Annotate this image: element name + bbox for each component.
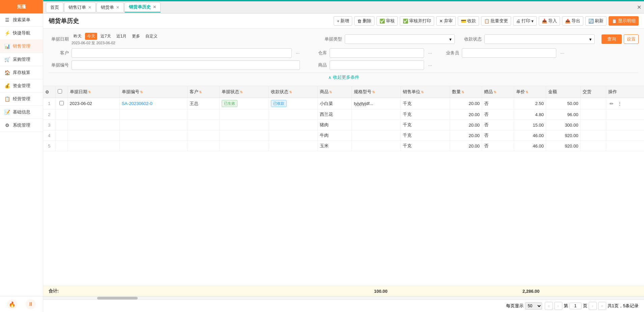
filter-doc-type-select[interactable]: ▾ (345, 34, 455, 44)
sidebar-item-quick-nav[interactable]: ⚡ 快捷导航 (0, 27, 43, 40)
per-page-dropdown[interactable]: 50 100 200 (525, 302, 542, 310)
more-action-icon[interactable]: ⋮ (616, 100, 623, 107)
tab-sales-goods-close[interactable]: ✕ (116, 5, 119, 10)
date-pill-1month[interactable]: 近1月 (114, 33, 129, 40)
sidebar-item-label: 资金管理 (13, 83, 30, 89)
doc-no-link[interactable]: SA-20230602-0 (122, 101, 152, 106)
table-row: 2 西兰花 千克 20.00 否 4.80 96.00 (43, 109, 644, 120)
export-button[interactable]: 📤 导出 (562, 16, 583, 26)
filter-customer-input[interactable] (72, 48, 292, 58)
sidebar-item-sales-mgmt[interactable]: 📊 销售管理 (0, 40, 43, 53)
sidebar-item-label: 基础信息 (13, 109, 30, 115)
tab-sales-goods[interactable]: 销货单 ✕ (96, 2, 124, 12)
sidebar-bottom-right-icon[interactable]: ⏸ (26, 299, 36, 309)
col-spec[interactable]: 规格型号 ⇅ (352, 86, 401, 98)
import-button[interactable]: 📥 导入 (539, 16, 560, 26)
date-pill-custom[interactable]: 自定义 (143, 33, 160, 40)
collapse-filter-button[interactable]: ∧ 收起更多条件 (49, 73, 639, 82)
tab-bar: 首页 销售订单 ✕ 销货单 ✕ 销货单历史 ✕ ✕ (43, 1, 644, 14)
cell-doc-status (220, 109, 269, 120)
edit-action-icon[interactable]: ✏ (608, 100, 615, 107)
filter-goods-input[interactable] (330, 60, 424, 70)
date-pill-more[interactable]: 更多 (130, 33, 142, 40)
sidebar-item-search-menu[interactable]: ☰ 搜索菜单 (0, 14, 43, 27)
col-collection-status[interactable]: 收款状态 ⇅ (269, 86, 317, 98)
chevron-down-icon: ▾ (449, 37, 452, 42)
tab-sales-history[interactable]: 销货单历史 ✕ (124, 2, 161, 12)
cell-gift: 否 (482, 109, 514, 120)
date-pill-yesterday[interactable]: 昨天 (72, 33, 84, 40)
cell-doc-status (220, 141, 269, 151)
select-all-checkbox[interactable] (58, 89, 62, 94)
tab-sales-order[interactable]: 销售订单 ✕ (64, 2, 96, 12)
col-quantity[interactable]: 数量 ⇅ (450, 86, 482, 98)
sidebar-bottom-left-icon[interactable]: 🔥 (7, 299, 17, 309)
sort-spec-icon: ⇅ (372, 90, 375, 94)
page-number-input[interactable] (569, 303, 582, 309)
col-settings[interactable]: ⚙ (43, 86, 55, 98)
sidebar-item-finance-mgmt[interactable]: 💰 资金管理 (0, 79, 43, 93)
audit-button[interactable]: ✅ 审核 (376, 16, 398, 26)
col-customer[interactable]: 客户 ⇅ (188, 86, 220, 98)
sidebar-item-sys-mgmt[interactable]: ⚙ 系统管理 (0, 119, 43, 132)
settings-icon: ⚙ (45, 89, 49, 95)
first-page-button[interactable]: « (545, 302, 553, 310)
col-checkbox (55, 86, 67, 98)
tab-sales-history-close[interactable]: ✕ (153, 5, 156, 9)
total-label: 共1页，5条记录 (608, 303, 639, 309)
col-gift[interactable]: 赠品 ⇅ (482, 86, 514, 98)
filter-warehouse-input[interactable] (330, 48, 424, 58)
col-goods[interactable]: 商品 ⇅ (318, 86, 352, 98)
sidebar-item-purchase-mgmt[interactable]: 🛒 采购管理 (0, 53, 43, 66)
date-pill-7days[interactable]: 近7天 (99, 33, 113, 40)
col-unit-price[interactable]: 单价 ⇅ (514, 86, 546, 98)
cell-collection-status (269, 120, 317, 130)
horizontal-scrollbar[interactable] (43, 296, 644, 300)
last-page-button[interactable]: » (598, 302, 606, 310)
audit-print-button[interactable]: ✅ 审核并打印 (400, 16, 434, 26)
sidebar-item-ops-mgmt[interactable]: 📋 经营管理 (0, 93, 43, 106)
cell-transaction (581, 120, 606, 130)
filter-collection-status-select[interactable]: ▾ (484, 34, 595, 44)
cell-spec (352, 130, 401, 141)
cell-doc-no (119, 120, 188, 130)
sidebar-item-inventory[interactable]: 🏠 库存核算 (0, 66, 43, 79)
filter-docno-input[interactable] (72, 60, 300, 70)
scrollbar-thumb[interactable] (97, 297, 138, 300)
filter-collection-status-field: 收款状态 ▾ (461, 34, 595, 44)
collect-button[interactable]: 💳 收款 (458, 16, 479, 26)
tab-sales-order-close[interactable]: ✕ (88, 5, 91, 10)
delete-button[interactable]: 🗑 删除 (354, 16, 374, 26)
filter-warehouse-dots[interactable]: ··· (428, 50, 432, 56)
tab-bar-close-icon[interactable]: ✕ (637, 4, 641, 10)
add-button[interactable]: + 新增 (334, 16, 352, 26)
settings-button[interactable]: 设置 (624, 34, 639, 44)
col-unit-price-label: 单价 (516, 89, 525, 95)
row-checkbox[interactable] (59, 101, 64, 105)
show-detail-button[interactable]: 📋 显示明细 (609, 16, 639, 26)
col-sales-unit[interactable]: 销售单位 ⇅ (401, 86, 450, 98)
prev-page-button[interactable]: ‹ (554, 302, 562, 310)
cell-row-num: 3 (43, 120, 55, 130)
date-pill-today[interactable]: 今天 (85, 33, 97, 40)
col-doc-status[interactable]: 单据状态 ⇅ (220, 86, 269, 98)
filter-customer-dots[interactable]: ··· (296, 50, 300, 56)
print-button[interactable]: 🖨 打印 ▾ (513, 16, 537, 26)
filter-salesperson-dots[interactable]: ··· (560, 50, 564, 56)
filter-salesperson-input[interactable] (462, 48, 557, 58)
query-button[interactable]: 查询 (601, 34, 622, 44)
sort-doc-date-icon: ⇅ (88, 90, 91, 94)
batch-change-button[interactable]: 📋 批量变更 (481, 16, 511, 26)
tab-home[interactable]: 首页 (46, 2, 63, 12)
refresh-button[interactable]: 🔄 刷新 (585, 16, 607, 26)
cell-gift: 否 (482, 141, 514, 151)
col-doc-no[interactable]: 单据编号 ⇅ (119, 86, 188, 98)
sidebar-item-basic-info[interactable]: 📝 基础信息 (0, 106, 43, 119)
next-page-button[interactable]: › (589, 302, 597, 310)
filter-goods-dots[interactable]: ··· (428, 62, 432, 68)
col-doc-date[interactable]: 单据日期 ⇅ (67, 86, 119, 98)
date-pills: 昨天 今天 近7天 近1月 更多 自定义 (72, 33, 160, 40)
cell-amount: 920.00 (546, 141, 580, 151)
abandon-button[interactable]: ✕ 弃审 (436, 16, 456, 26)
cell-doc-date (67, 109, 119, 120)
